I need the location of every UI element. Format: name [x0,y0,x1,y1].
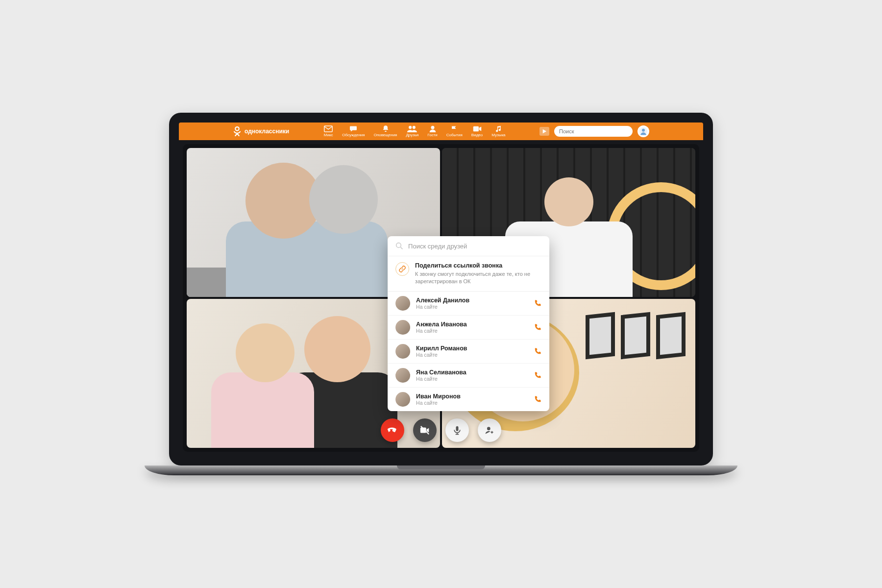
nav-item-music[interactable]: Музыка [491,125,505,137]
add-friends-popover: Поиск среди друзей Поделиться ссылкой зв… [388,236,549,411]
friend-name: Анжела Иванова [416,321,528,328]
friend-avatar [395,296,410,311]
friends-list: Алексей ДаниловНа сайтеАнжела ИвановаНа … [388,292,549,411]
share-link-title: Поделиться ссылкой звонка [415,262,541,269]
call-friend-button[interactable] [534,395,541,403]
top-search-input[interactable] [559,128,627,134]
nav-item-friends[interactable]: Друзья [406,125,418,137]
nav-item-mix[interactable]: Микс [323,125,333,137]
flag-icon [449,125,459,132]
call-friend-button[interactable] [534,347,541,355]
phone-icon [534,323,541,331]
svg-rect-11 [456,426,459,431]
profile-avatar[interactable] [637,125,649,137]
phone-icon [534,347,541,355]
svg-rect-5 [473,126,478,132]
svg-point-4 [431,126,434,129]
end-call-button[interactable] [381,418,404,442]
nav-items: Микс Обсуждения Оповещения Друзья [323,125,505,137]
toggle-camera-button[interactable] [413,418,437,442]
call-controls [381,418,501,442]
friend-status: На сайте [416,400,528,406]
friend-status: На сайте [416,328,528,334]
friend-avatar [395,320,410,335]
screen: одноклассники Микс Обсуждения Оповещения [179,122,703,456]
search-icon [395,242,403,250]
friend-avatar [395,344,410,359]
friend-name: Иван Миронов [416,393,528,400]
link-icon [395,262,409,276]
friend-name: Яна Селиванова [416,369,528,376]
envelope-icon [323,125,333,132]
svg-point-8 [642,129,645,132]
friend-row[interactable]: Анжела ИвановаНа сайте [388,316,549,340]
friend-row[interactable]: Яна СеливановаНа сайте [388,364,549,388]
brand[interactable]: одноклассники [233,126,289,137]
call-friend-button[interactable] [534,323,541,331]
laptop-mockup: одноклассники Микс Обсуждения Оповещения [169,113,713,475]
music-icon [493,125,503,132]
person-icon [428,125,438,132]
person-add-icon [485,425,494,435]
phone-icon [534,371,541,379]
friend-row[interactable]: Кирилл РомановНа сайте [388,340,549,364]
top-nav: одноклассники Микс Обсуждения Оповещения [179,122,703,140]
svg-point-12 [487,427,490,430]
friend-name: Кирилл Романов [416,345,528,352]
svg-point-2 [409,126,412,129]
svg-point-0 [235,127,239,131]
popover-search[interactable]: Поиск среди друзей [388,236,549,256]
brand-name: одноклассники [245,128,289,135]
friend-avatar [395,392,410,407]
bell-icon [381,125,391,132]
call-friend-button[interactable] [534,371,541,379]
phone-icon [534,395,541,403]
friend-status: На сайте [416,352,528,358]
people-icon [407,125,417,132]
share-link-subtitle: К звонку смогут подключиться даже те, кт… [415,270,541,285]
friend-row[interactable]: Алексей ДаниловНа сайте [388,292,549,316]
svg-point-13 [396,243,401,248]
call-friend-button[interactable] [534,299,541,307]
friend-status: На сайте [416,376,528,382]
nav-item-events[interactable]: События [446,125,463,137]
add-participant-button[interactable] [478,418,501,442]
nav-item-discussions[interactable]: Обсуждения [342,125,365,137]
camera-off-icon [419,425,430,436]
share-link-row[interactable]: Поделиться ссылкой звонка К звонку смогу… [388,256,549,292]
nav-item-video[interactable]: Видео [471,125,483,137]
chat-icon [348,125,358,132]
phone-hangup-icon [387,424,398,436]
laptop-base [145,466,737,475]
video-icon [472,125,482,132]
nav-item-notifications[interactable]: Оповещения [374,125,397,137]
nav-item-guests[interactable]: Гости [427,125,437,137]
screen-frame: одноклассники Микс Обсуждения Оповещения [169,113,713,466]
toggle-mic-button[interactable] [445,418,469,442]
popover-search-placeholder: Поиск среди друзей [408,243,467,250]
play-button[interactable] [539,127,549,136]
ok-logo-icon [233,126,242,137]
microphone-icon [452,425,462,435]
svg-point-3 [413,126,416,129]
friend-name: Алексей Данилов [416,297,528,304]
friend-status: На сайте [416,304,528,310]
top-search[interactable] [554,126,633,137]
phone-icon [534,299,541,307]
friend-avatar [395,368,410,383]
video-call-grid: Поиск среди друзей Поделиться ссылкой зв… [183,144,699,452]
friend-row[interactable]: Иван МироновНа сайте [388,388,549,411]
